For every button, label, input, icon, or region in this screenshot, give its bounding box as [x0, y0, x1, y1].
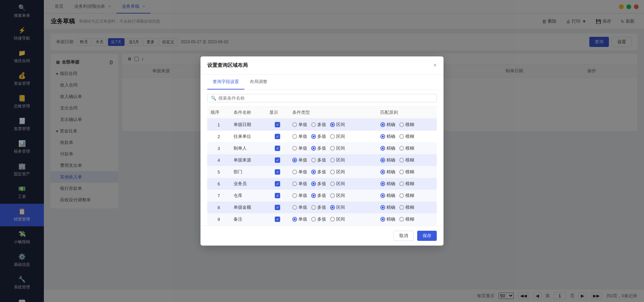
radio-match-模糊[interactable]: 模糊 — [399, 193, 414, 199]
radio-type-单值[interactable]: 单值 — [292, 169, 307, 175]
row-name: 单据来源 — [230, 154, 266, 166]
modal-header: 设置查询区域布局 × — [200, 56, 444, 75]
modal-overlay: 设置查询区域布局 × 查询字段设置布局调整 🔍 顺序条件名称显示条件类型匹配原则 — [0, 0, 644, 302]
modal: 设置查询区域布局 × 查询字段设置布局调整 🔍 顺序条件名称显示条件类型匹配原则 — [200, 56, 444, 246]
radio-match-精确[interactable]: 精确 — [380, 145, 395, 151]
row-show-checkbox[interactable] — [275, 146, 280, 151]
radio-type-区间[interactable]: 区间 — [330, 157, 345, 163]
search-icon: 🔍 — [211, 96, 216, 101]
row-match-group: 精确模糊 — [380, 216, 433, 222]
row-order: 1 — [207, 119, 230, 131]
modal-close-button[interactable]: × — [433, 62, 437, 69]
row-type-group: 单值多值区间 — [292, 193, 373, 199]
radio-type-单值[interactable]: 单值 — [292, 193, 307, 199]
radio-type-区间[interactable]: 区间 — [330, 169, 345, 175]
radio-match-dot-模糊 — [399, 122, 404, 127]
radio-type-单值[interactable]: 单值 — [292, 133, 307, 140]
radio-match-模糊[interactable]: 模糊 — [399, 216, 414, 222]
config-table-row: 4单据来源单值多值区间精确模糊 — [207, 154, 437, 166]
radio-type-多值[interactable]: 多值 — [311, 204, 326, 210]
row-order: 9 — [207, 213, 230, 225]
radio-type-区间[interactable]: 区间 — [330, 122, 345, 128]
radio-match-dot-精确 — [380, 193, 385, 198]
modal-title: 设置查询区域布局 — [207, 62, 248, 69]
radio-dot-单值 — [292, 134, 297, 139]
config-header-条件类型: 条件类型 — [289, 107, 377, 119]
radio-type-区间[interactable]: 区间 — [330, 145, 345, 151]
radio-type-区间[interactable]: 区间 — [330, 216, 345, 222]
radio-type-多值[interactable]: 多值 — [311, 133, 326, 140]
row-show-checkbox[interactable] — [275, 169, 280, 175]
config-header-匹配原则: 匹配原则 — [377, 107, 437, 119]
radio-dot-区间 — [330, 181, 335, 186]
modal-tab-fields[interactable]: 查询字段设置 — [207, 75, 244, 90]
radio-type-区间[interactable]: 区间 — [330, 181, 345, 187]
radio-dot-区间 — [330, 158, 335, 162]
row-show-checkbox[interactable] — [275, 181, 280, 186]
row-show-checkbox[interactable] — [275, 205, 280, 210]
radio-type-多值[interactable]: 多值 — [311, 145, 326, 151]
row-show-checkbox[interactable] — [275, 134, 280, 139]
radio-dot-多值 — [311, 146, 316, 151]
radio-match-模糊[interactable]: 模糊 — [399, 169, 414, 175]
radio-type-单值[interactable]: 单值 — [292, 122, 307, 128]
radio-dot-区间 — [330, 146, 335, 151]
cancel-button[interactable]: 取消 — [394, 231, 414, 241]
radio-type-区间[interactable]: 区间 — [330, 193, 345, 199]
radio-match-模糊[interactable]: 模糊 — [399, 145, 414, 151]
radio-type-多值[interactable]: 多值 — [311, 122, 326, 128]
radio-type-多值[interactable]: 多值 — [311, 169, 326, 175]
row-match-group: 精确模糊 — [380, 204, 433, 210]
row-order: 5 — [207, 166, 230, 178]
radio-match-模糊[interactable]: 模糊 — [399, 181, 414, 187]
radio-dot-多值 — [311, 122, 316, 127]
radio-type-多值[interactable]: 多值 — [311, 193, 326, 199]
modal-save-button[interactable]: 保存 — [417, 231, 437, 241]
radio-dot-多值 — [311, 181, 316, 186]
radio-type-区间[interactable]: 区间 — [330, 133, 345, 140]
row-show-checkbox[interactable] — [275, 157, 280, 163]
radio-type-多值[interactable]: 多值 — [311, 216, 326, 222]
row-show-checkbox[interactable] — [275, 122, 280, 127]
radio-match-精确[interactable]: 精确 — [380, 204, 395, 210]
radio-match-模糊[interactable]: 模糊 — [399, 122, 414, 128]
radio-match-dot-模糊 — [399, 170, 404, 174]
row-match-group: 精确模糊 — [380, 122, 433, 128]
radio-match-模糊[interactable]: 模糊 — [399, 157, 414, 163]
radio-dot-区间 — [330, 205, 335, 210]
radio-match-dot-模糊 — [399, 158, 404, 162]
radio-dot-区间 — [330, 170, 335, 174]
row-type-group: 单值多值区间 — [292, 157, 373, 163]
radio-type-单值[interactable]: 单值 — [292, 181, 307, 187]
radio-match-精确[interactable]: 精确 — [380, 157, 395, 163]
radio-match-精确[interactable]: 精确 — [380, 193, 395, 199]
radio-type-单值[interactable]: 单值 — [292, 204, 307, 210]
radio-type-多值[interactable]: 多值 — [311, 181, 326, 187]
modal-tab-layout[interactable]: 布局调整 — [244, 75, 273, 90]
radio-match-精确[interactable]: 精确 — [380, 216, 395, 222]
radio-dot-单值 — [292, 146, 297, 151]
row-type-group: 单值多值区间 — [292, 181, 373, 187]
search-input[interactable] — [218, 96, 433, 101]
row-show-checkbox[interactable] — [275, 217, 280, 222]
radio-type-单值[interactable]: 单值 — [292, 157, 307, 163]
radio-type-单值[interactable]: 单值 — [292, 216, 307, 222]
radio-match-dot-精确 — [380, 122, 385, 127]
row-type-group: 单值多值区间 — [292, 169, 373, 175]
radio-match-精确[interactable]: 精确 — [380, 133, 395, 140]
radio-type-多值[interactable]: 多值 — [311, 157, 326, 163]
radio-dot-单值 — [292, 205, 297, 210]
row-name: 业务员 — [230, 178, 266, 190]
row-show-checkbox[interactable] — [275, 193, 280, 198]
radio-type-单值[interactable]: 单值 — [292, 145, 307, 151]
radio-dot-区间 — [330, 217, 335, 222]
radio-match-精确[interactable]: 精确 — [380, 122, 395, 128]
radio-dot-区间 — [330, 193, 335, 198]
radio-match-精确[interactable]: 精确 — [380, 169, 395, 175]
radio-match-模糊[interactable]: 模糊 — [399, 133, 414, 140]
radio-match-精确[interactable]: 精确 — [380, 181, 395, 187]
radio-type-区间[interactable]: 区间 — [330, 204, 345, 210]
radio-match-模糊[interactable]: 模糊 — [399, 204, 414, 210]
config-table-row: 8单据金额单值多值区间精确模糊 — [207, 202, 437, 213]
radio-match-dot-模糊 — [399, 146, 404, 151]
